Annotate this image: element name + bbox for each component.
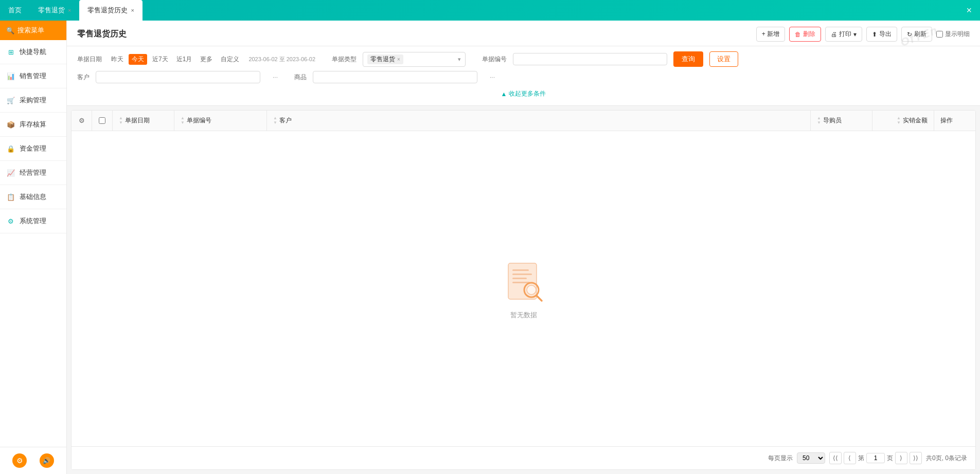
print-button[interactable]: 🖨 打印 ▾ xyxy=(825,27,862,42)
sidebar-volume-icon[interactable]: 🔊 xyxy=(40,453,54,468)
per-page-label: 每页显示 xyxy=(768,454,793,463)
voucher-type-dropdown-icon: ▾ xyxy=(458,56,461,63)
column-settings-button[interactable]: ⚙ xyxy=(72,111,92,131)
collapse-button[interactable]: ▲ 收起更多条件 xyxy=(501,89,546,98)
goods-more-icon[interactable]: ··· xyxy=(490,74,495,81)
tab-list: 首页零售退货×零售退货历史× xyxy=(0,0,958,21)
sidebar-icon-purchase: 🛒 xyxy=(6,96,15,105)
filter-area: 单据日期 昨天 今天 近7天 近1月 更多 自定义 2023-06-02 至 2… xyxy=(67,46,980,106)
settings-button[interactable]: 设置 xyxy=(709,51,738,67)
sidebar-icon-inventory: 📦 xyxy=(6,120,15,129)
svg-line-7 xyxy=(537,296,542,301)
col-action: 操作 xyxy=(934,111,975,131)
voucher-number-input[interactable] xyxy=(513,53,667,65)
delete-icon: 🗑 xyxy=(795,31,801,38)
delete-button[interactable]: 🗑 删除 xyxy=(789,27,821,42)
svg-rect-2 xyxy=(512,274,532,275)
col-date[interactable]: ▲▼ 单据日期 xyxy=(113,111,174,131)
sidebar: 🔍 搜索菜单 ⊞快捷导航📊销售管理🛒采购管理📦库存核算🔒资金管理📈经营管理📋基础… xyxy=(0,21,67,474)
sidebar-icon-system: ⚙ xyxy=(6,216,15,226)
customer-input[interactable] xyxy=(96,71,260,83)
print-icon: 🖨 xyxy=(831,31,837,38)
tab-retail-return-history[interactable]: 零售退货历史× xyxy=(79,0,142,21)
date-opt-yesterday[interactable]: 昨天 xyxy=(108,54,127,65)
svg-rect-3 xyxy=(512,278,527,279)
tab-retail-return[interactable]: 零售退货× xyxy=(30,0,79,21)
sidebar-icon-basic: 📋 xyxy=(6,192,15,202)
pagination: 每页显示 50 20 100 ⟨⟨ ⟨ 第 页 ⟩ ⟩⟩ 共0页, 0条记录 xyxy=(72,446,975,469)
sidebar-settings-icon[interactable]: ⚙ xyxy=(12,453,27,468)
export-icon: ⬆ xyxy=(872,31,877,38)
voucher-type-tag: 零售退货 × xyxy=(367,54,403,64)
date-opt-1month[interactable]: 近1月 xyxy=(173,54,195,65)
query-button[interactable]: 查询 xyxy=(673,51,703,67)
sidebar-search-label: 搜索菜单 xyxy=(17,26,44,35)
toolbar: + 新增 🗑 删除 🖨 打印 ▾ ⬆ 导出 ↻ 刷新 xyxy=(756,27,970,42)
date-opt-today[interactable]: 今天 xyxy=(129,54,147,65)
voucher-type-tag-remove[interactable]: × xyxy=(397,57,400,62)
filter-row-2: 客户 ··· 商品 ··· xyxy=(77,71,970,83)
sidebar-item-inventory[interactable]: 📦库存核算 xyxy=(0,113,66,137)
voucher-number-label: 单据编号 xyxy=(482,55,507,64)
tab-home[interactable]: 首页 xyxy=(0,0,30,21)
sidebar-icon-finance: 🔒 xyxy=(6,144,15,153)
date-filter-label: 单据日期 xyxy=(77,55,102,64)
page-prefix-label: 第 xyxy=(858,454,864,463)
collapse-row: ▲ 收起更多条件 xyxy=(77,87,970,100)
date-options: 昨天 今天 近7天 近1月 更多 自定义 xyxy=(108,54,242,65)
page-size-select[interactable]: 50 20 100 xyxy=(797,452,825,464)
sidebar-label-inventory: 库存核算 xyxy=(20,120,46,129)
svg-point-6 xyxy=(527,285,536,295)
page-title: 零售退货历史 xyxy=(77,29,127,40)
new-button[interactable]: + 新增 xyxy=(756,27,785,42)
col-amount[interactable]: ▲▼ 实销金额 xyxy=(872,111,934,131)
sidebar-bottom: ⚙ 🔊 xyxy=(0,447,66,474)
date-opt-7days[interactable]: 近7天 xyxy=(149,54,171,65)
tab-close-retail-return-history[interactable]: × xyxy=(131,7,134,13)
sidebar-item-quick-nav[interactable]: ⊞快捷导航 xyxy=(0,40,66,64)
sidebar-item-sales[interactable]: 📊销售管理 xyxy=(0,64,66,88)
svg-rect-4 xyxy=(512,282,530,283)
refresh-icon: ↻ xyxy=(907,31,912,38)
date-opt-custom[interactable]: 自定义 xyxy=(218,54,242,65)
tab-close-retail-return[interactable]: × xyxy=(68,7,71,13)
window-close-button[interactable]: × xyxy=(958,5,980,16)
customer-filter-label: 客户 xyxy=(77,73,90,82)
date-opt-more[interactable]: 更多 xyxy=(197,54,216,65)
date-range-display: 2023-06-02 至 2023-06-02 xyxy=(248,56,315,63)
col-number[interactable]: ▲▼ 单据编号 xyxy=(174,111,267,131)
display-detail-checkbox[interactable]: 显示明细 xyxy=(936,30,970,39)
sidebar-search-button[interactable]: 🔍 搜索菜单 xyxy=(0,21,66,40)
goods-input[interactable] xyxy=(313,71,477,83)
sidebar-item-operations[interactable]: 📈经营管理 xyxy=(0,161,66,185)
page-first-button[interactable]: ⟨⟨ xyxy=(829,452,842,464)
sidebar-item-basic[interactable]: 📋基础信息 xyxy=(0,185,66,209)
top-bar: 首页零售退货×零售退货历史× × xyxy=(0,0,980,21)
empty-text: 暂无数据 xyxy=(510,311,537,320)
sidebar-label-finance: 资金管理 xyxy=(20,144,46,153)
select-all-checkbox[interactable] xyxy=(92,111,113,131)
col-guide[interactable]: ▲▼ 导购员 xyxy=(811,111,872,131)
sidebar-label-basic: 基础信息 xyxy=(20,192,46,202)
table-container: ⚙ ▲▼ 单据日期 ▲▼ 单据编号 ▲▼ 客户 ▲▼ 导 xyxy=(71,110,976,470)
sidebar-item-finance[interactable]: 🔒资金管理 xyxy=(0,137,66,161)
sidebar-item-system[interactable]: ⚙系统管理 xyxy=(0,209,66,233)
page-prev-button[interactable]: ⟨ xyxy=(844,452,856,464)
page-number-input[interactable] xyxy=(866,453,885,463)
sidebar-label-sales: 销售管理 xyxy=(20,71,46,81)
sidebar-item-purchase[interactable]: 🛒采购管理 xyxy=(0,88,66,113)
page-last-button[interactable]: ⟩⟩ xyxy=(910,452,922,464)
goods-filter-label: 商品 xyxy=(294,73,307,82)
voucher-type-select[interactable]: 零售退货 × ▾ xyxy=(363,52,466,67)
col-customer[interactable]: ▲▼ 客户 xyxy=(267,111,811,131)
table-header: ⚙ ▲▼ 单据日期 ▲▼ 单据编号 ▲▼ 客户 ▲▼ 导 xyxy=(72,111,975,131)
content-area: 零售退货历史 + 新增 🗑 删除 🖨 打印 ▾ ⬆ 导出 ↻ xyxy=(67,21,980,474)
export-button[interactable]: ⬆ 导出 xyxy=(866,27,897,42)
empty-state: 暂无数据 xyxy=(72,131,975,446)
customer-more-icon[interactable]: ··· xyxy=(273,74,278,81)
page-header: 零售退货历史 + 新增 🗑 删除 🖨 打印 ▾ ⬆ 导出 ↻ xyxy=(67,21,980,46)
page-suffix-label: 页 xyxy=(887,454,893,463)
refresh-button[interactable]: ↻ 刷新 xyxy=(901,27,932,42)
total-records-label: 共0页, 0条记录 xyxy=(926,454,967,463)
page-next-button[interactable]: ⟩ xyxy=(895,452,907,464)
